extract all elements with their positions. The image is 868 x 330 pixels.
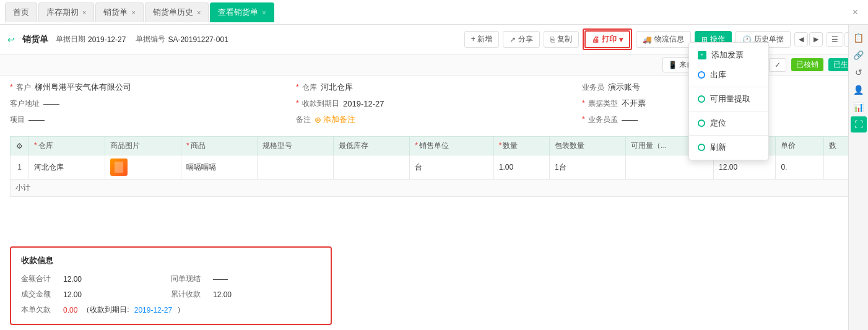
warehouse-value: 河北仓库 xyxy=(321,82,353,93)
window-close-button[interactable]: × xyxy=(848,7,863,18)
row-min-stock xyxy=(334,155,410,180)
available-qty-label: 可用量提取 xyxy=(710,93,750,105)
tab-sales-history-close[interactable]: × xyxy=(197,9,201,16)
staff-value: 演示账号 xyxy=(608,82,640,93)
project-value: —— xyxy=(28,115,45,124)
add-invoice-label: 添加发票 xyxy=(711,50,744,61)
amount-label: 金额合计 xyxy=(21,274,58,284)
sidebar-expand-icon[interactable]: ⛶ xyxy=(851,116,867,132)
copy-label: 复制 xyxy=(557,34,572,45)
col-package-qty: 包装数量 xyxy=(550,137,626,155)
nav-arrows: ◀ ▶ xyxy=(794,32,823,46)
due-note-end: ） xyxy=(177,305,184,315)
staff2-required: * xyxy=(582,115,585,124)
add-note-label: 添加备注 xyxy=(323,114,355,125)
col-spec: 规格型号 xyxy=(258,137,334,155)
subtotal-label: 小计 xyxy=(11,180,858,197)
refresh-label: 刷新 xyxy=(710,142,726,153)
col-min-stock: 最低库存 xyxy=(334,137,410,155)
doc-number-value: SA-20191227-001 xyxy=(168,35,228,44)
col-gear: ⚙ xyxy=(11,137,29,155)
refresh-icon xyxy=(698,144,705,151)
dropdown-refresh[interactable]: 刷新 xyxy=(689,137,768,157)
col-warehouse: *仓库 xyxy=(29,137,105,155)
stock-out-label: 出库 xyxy=(710,69,726,80)
due-date-field: * 收款到期日 2019-12-27 xyxy=(296,98,572,109)
dropdown-available-qty[interactable]: 可用量提取 xyxy=(689,89,768,109)
divider-3 xyxy=(689,135,768,136)
note-label: 备注 xyxy=(296,115,311,125)
dropdown-add-invoice[interactable]: + 添加发票 xyxy=(689,45,768,65)
divider-1 xyxy=(689,87,768,87)
tab-view-sales[interactable]: 查看销货单 × xyxy=(210,2,274,22)
share-label: 分享 xyxy=(518,34,533,45)
ticket-label: * 票据类型 xyxy=(582,98,618,109)
logistics-button[interactable]: 🚚 物流信息 xyxy=(636,31,691,48)
doc-date-label: 单据日期 xyxy=(56,34,85,45)
print-button[interactable]: 🖨 打印 ▾ xyxy=(584,30,630,48)
sidebar-doc-icon[interactable]: 📋 xyxy=(851,30,867,46)
dropdown-locate[interactable]: 定位 xyxy=(689,113,768,133)
add-note-button[interactable]: ⊕ 添加备注 xyxy=(315,114,355,125)
row-product-name: 嗝嗝嗝嗝 xyxy=(181,155,258,180)
tab-inventory-init[interactable]: 库存期初 × xyxy=(38,2,94,22)
plus-icon: ⊕ xyxy=(315,115,321,124)
tab-view-sales-close[interactable]: × xyxy=(262,9,266,16)
ticket-value: 不开票 xyxy=(622,98,646,109)
tab-sales-history[interactable]: 销货单历史 × xyxy=(145,2,209,22)
tab-sales-order[interactable]: 销货单 × xyxy=(95,2,143,22)
sidebar-link-icon[interactable]: 🔗 xyxy=(851,47,867,63)
tab-sales-history-label: 销货单历史 xyxy=(153,7,193,18)
customer-value: 柳州粤港平安气体有限公司 xyxy=(35,82,131,93)
product-thumb-inner xyxy=(115,162,123,173)
transaction-label: 成交金额 xyxy=(21,289,58,300)
col-product: *商品 xyxy=(181,137,258,155)
row-quantity: 1.00 xyxy=(493,155,549,180)
check-icon: ✓ xyxy=(775,61,781,69)
print-icon: 🖨 xyxy=(592,35,599,44)
copy-icon: ⎘ xyxy=(550,35,555,44)
logistics-icon: 🚚 xyxy=(643,35,652,44)
tab-home-label: 首页 xyxy=(13,7,29,18)
warehouse-field: * 仓库 河北仓库 xyxy=(296,82,572,93)
due-date-value: 2019-12-27 xyxy=(343,99,384,108)
cumulative-label: 累计收款 xyxy=(171,289,208,300)
customer-label: * 客户 xyxy=(10,82,31,93)
due-date-label: * 收款到期日 xyxy=(296,98,339,109)
sidebar-user-icon[interactable]: 👤 xyxy=(851,82,867,98)
cumulative-value: 12.00 xyxy=(213,290,232,299)
print-dropdown-arrow: ▾ xyxy=(619,35,623,44)
tab-inventory-init-label: 库存期初 xyxy=(46,7,79,18)
payment-same-order-row: 同单现结 —— xyxy=(171,272,321,285)
share-icon: ↗ xyxy=(510,35,516,44)
subtotal-row: 小计 xyxy=(11,180,858,197)
next-arrow[interactable]: ▶ xyxy=(809,32,823,46)
share-button[interactable]: ↗ 分享 xyxy=(503,31,540,48)
staff-label: 业务员 xyxy=(582,82,604,93)
new-button[interactable]: + 新增 xyxy=(464,31,499,48)
payment-grid: 金额合计 12.00 同单现结 —— 成交金额 12.00 累计收款 12.00… xyxy=(21,272,321,316)
ticket-required: * xyxy=(582,99,585,108)
doc-date-item: 单据日期 2019-12-27 xyxy=(56,34,126,45)
dropdown-stock-out[interactable]: 出库 xyxy=(689,65,768,85)
tab-home[interactable]: 首页 xyxy=(5,2,37,22)
row-package-qty: 1台 xyxy=(550,155,626,180)
row-product-img xyxy=(105,155,181,180)
copy-button[interactable]: ⎘ 复制 xyxy=(544,31,579,48)
list-view-button[interactable]: ☰ xyxy=(827,32,843,47)
check-icon-btn[interactable]: ✓ xyxy=(769,58,786,72)
prev-arrow[interactable]: ◀ xyxy=(794,32,808,46)
sidebar-chart-icon[interactable]: 📊 xyxy=(851,99,867,115)
tab-inventory-close[interactable]: × xyxy=(82,9,86,16)
payment-transaction-row: 成交金额 12.00 xyxy=(21,288,171,301)
ops-dropdown-menu: + 添加发票 出库 可用量提取 定位 刷新 xyxy=(688,42,769,160)
sidebar-refresh-icon[interactable]: ↺ xyxy=(851,64,867,80)
right-sidebar: 📋 🔗 ↺ 👤 📊 ⛶ xyxy=(848,25,868,330)
row-warehouse: 河北仓库 xyxy=(29,155,105,180)
tab-sales-order-close[interactable]: × xyxy=(131,9,135,16)
address-label: 客户地址 xyxy=(10,98,40,109)
same-order-label: 同单现结 xyxy=(171,274,208,284)
available-qty-icon xyxy=(698,95,705,103)
tab-view-sales-label: 查看销货单 xyxy=(218,7,258,18)
payment-due-row: 本单欠款 0.00 （收款到期日: 2019-12-27 ） xyxy=(21,303,321,316)
